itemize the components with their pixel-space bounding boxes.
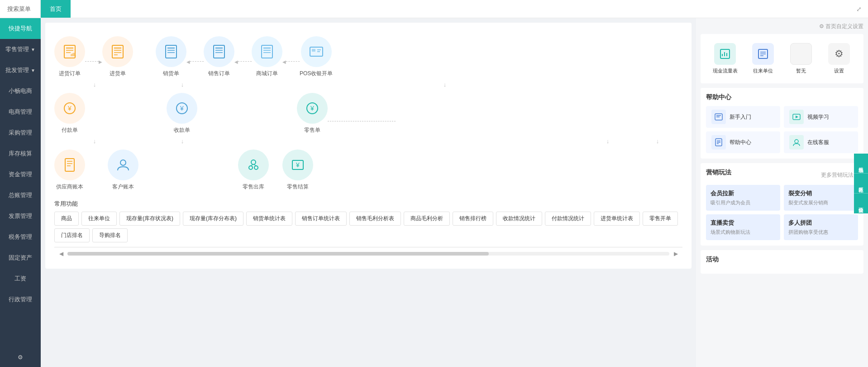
node-payment-bill[interactable]: ¥ 付款单 — [54, 93, 85, 134]
node-retail-outbound[interactable]: 零售出库 — [238, 150, 269, 191]
sidebar-item-salary[interactable]: 工资 — [0, 268, 41, 289]
sidebar-item-assets[interactable]: 固定资产 — [0, 247, 41, 268]
qa-item-empty[interactable]: 暂无 — [782, 39, 820, 78]
marketing-item-member[interactable]: 会员拉新 吸引用户成为会员 — [706, 185, 780, 211]
help-label-video: 视频学习 — [807, 113, 829, 121]
sidebar-item-quick-nav[interactable]: 快捷导航 — [0, 18, 41, 39]
marketing-item-group[interactable]: 多人拼团 拼团购物享受优惠 — [784, 214, 858, 240]
help-label-helpcenter: 帮助中心 — [730, 139, 751, 146]
qa-label-cashflow: 现金流量表 — [713, 68, 738, 74]
func-btn-stock2[interactable]: 现存量(库存分布表) — [183, 212, 243, 226]
sidebar-item-ecommerce[interactable]: 电商管理 — [0, 101, 41, 122]
marketing-desc-member: 吸引用户成为会员 — [711, 199, 776, 206]
svg-marker-55 — [796, 116, 798, 118]
search-menu[interactable]: 搜索菜单 — [0, 0, 41, 18]
func-grid: 商品 往来单位 现存量(库存状况表) 现存量(库存分布表) 销货单统计表 销售订… — [54, 212, 682, 242]
v-arrow-retail2: ↓ — [656, 138, 659, 148]
customize-link[interactable]: ⚙ 首页自定义设置 — [701, 23, 863, 30]
scroll-thumb — [67, 252, 489, 256]
node-purchase-order[interactable]: 进货订单 — [54, 36, 85, 77]
common-functions: 常用功能 商品 往来单位 现存量(库存状况表) 现存量(库存分布表) 销货单统计… — [54, 200, 682, 242]
qa-item-settings[interactable]: ⚙ 设置 — [820, 39, 858, 78]
func-btn-sales-stat[interactable]: 销货单统计表 — [246, 212, 292, 226]
quick-nav-card: 进货订单 进货单 — [45, 23, 692, 269]
settings-icon-right: ⚙ — [828, 43, 850, 65]
sidebar-item-ledger[interactable]: 总账管理 — [0, 185, 41, 206]
video-icon — [789, 110, 804, 124]
sidebar-item-inventory[interactable]: 库存核算 — [0, 143, 41, 164]
node-mall-order[interactable]: 商城订单 — [252, 36, 282, 77]
node-supplier-ledger[interactable]: 供应商账本 — [54, 150, 85, 191]
func-btn-store-rank[interactable]: 门店排名 — [54, 228, 90, 242]
scroll-left-arrow[interactable]: ◀ — [57, 249, 66, 258]
func-btn-sales-profit[interactable]: 销售毛利分析表 — [349, 212, 401, 226]
marketing-item-live[interactable]: 直播卖货 场景式购物新玩法 — [706, 214, 780, 240]
marketing-item-fission[interactable]: 裂变分销 裂变式发展分销商 — [784, 185, 858, 211]
node-sales-order[interactable]: 销售订单 — [204, 36, 234, 77]
func-btn-payment-stat[interactable]: 付款情况统计 — [545, 212, 591, 226]
svg-line-39 — [251, 164, 253, 166]
scroll-right-arrow[interactable]: ▶ — [671, 249, 680, 258]
func-btn-receipt-stat[interactable]: 收款情况统计 — [496, 212, 542, 226]
sidebar-item-finance[interactable]: 资金管理 — [0, 164, 41, 185]
node-customer-ledger[interactable]: 客户账本 — [108, 150, 138, 191]
svg-text:¥: ¥ — [180, 105, 184, 112]
qa-label-settings: 设置 — [834, 68, 844, 74]
help-item-video[interactable]: 视频学习 — [784, 106, 858, 128]
float-btn-desktop[interactable]: 桌面快捷 — [854, 193, 868, 213]
qa-item-partner[interactable]: 往来单位 — [744, 39, 782, 78]
svg-point-60 — [795, 140, 798, 143]
node-sales-bill[interactable]: 销货单 — [156, 36, 186, 77]
svg-rect-13 — [214, 45, 224, 58]
func-btn-retail-order[interactable]: 零售开单 — [643, 212, 678, 226]
sidebar-item-wholesale[interactable]: 批发管理 ▼ — [0, 60, 41, 81]
main-layout: 快捷导航 零售管理 ▼ 批发管理 ▼ 小畅电商 电商管理 采购管理 库存核算 资… — [0, 18, 868, 367]
func-btn-guide-rank[interactable]: 导购排名 — [92, 228, 128, 242]
help-item-helpcenter[interactable]: 帮助中心 — [706, 131, 780, 153]
svg-point-37 — [249, 166, 253, 169]
float-btn-community[interactable]: 服务社区 — [854, 174, 868, 193]
node-purchase-bill[interactable]: 进货单 — [102, 36, 133, 77]
qa-label-partner: 往来单位 — [753, 68, 773, 74]
float-buttons: 客服热线 服务社区 桌面快捷 — [854, 154, 868, 213]
expand-icon[interactable]: ⤢ — [854, 5, 863, 14]
v-arrow-sales: ↓ — [181, 81, 184, 91]
arrow-pos-to-mall — [282, 58, 300, 77]
sidebar-item-ecommerce-small[interactable]: 小畅电商 — [0, 81, 41, 101]
activity-section: 活动 — [701, 250, 863, 274]
help-label-beginner: 新手入门 — [730, 113, 751, 121]
tab-home[interactable]: 首页 — [41, 0, 71, 18]
online-service-icon — [789, 135, 804, 150]
func-btn-goods[interactable]: 商品 — [54, 212, 79, 226]
more-marketing-link[interactable]: 更多营销玩法 > — [821, 171, 858, 179]
marketing-title-fission: 裂变分销 — [788, 189, 854, 198]
help-item-online-service[interactable]: 在线客服 — [784, 131, 858, 153]
func-btn-goods-profit[interactable]: 商品毛利分析 — [404, 212, 450, 226]
func-btn-stock1[interactable]: 现存量(库存状况表) — [119, 212, 180, 226]
node-retail-bill[interactable]: ¥ 零售单 — [297, 93, 328, 134]
svg-rect-21 — [310, 47, 323, 56]
sidebar-item-invoice[interactable]: 发票管理 — [0, 206, 41, 227]
helpcenter-icon — [711, 135, 726, 150]
func-btn-sales-order-stat[interactable]: 销售订单统计表 — [295, 212, 347, 226]
sidebar-item-retail[interactable]: 零售管理 ▼ — [0, 39, 41, 60]
node-receipt-bill[interactable]: ¥ 收款单 — [167, 93, 197, 134]
help-item-beginner[interactable]: 新手入门 — [706, 106, 780, 128]
func-btn-purchase-stat[interactable]: 进货单统计表 — [594, 212, 640, 226]
node-pos-cashier[interactable]: POS收银开单 — [300, 36, 333, 77]
sidebar-item-label: 快捷导航 — [9, 24, 32, 33]
sidebar-item-purchase[interactable]: 采购管理 — [0, 122, 41, 143]
top-bar: 搜索菜单 首页 ⤢ — [0, 0, 868, 18]
float-btn-service[interactable]: 客服热线 — [854, 154, 868, 174]
func-btn-partner[interactable]: 往来单位 — [81, 212, 117, 226]
marketing-desc-live: 场景式购物新玩法 — [711, 229, 776, 236]
settings-icon[interactable]: ⚙ — [0, 348, 41, 367]
node-retail-settlement[interactable]: ¥ 零售结算 — [282, 150, 313, 191]
qa-item-cashflow[interactable]: 现金流量表 — [706, 39, 744, 78]
v-arrow-receipt: ↓ — [181, 138, 184, 148]
func-btn-sales-rank[interactable]: 销售排行榜 — [453, 212, 493, 226]
scroll-track[interactable] — [67, 252, 669, 256]
sidebar-item-tax[interactable]: 税务管理 — [0, 227, 41, 247]
sidebar-item-admin[interactable]: 行政管理 — [0, 289, 41, 310]
svg-rect-17 — [262, 45, 272, 58]
